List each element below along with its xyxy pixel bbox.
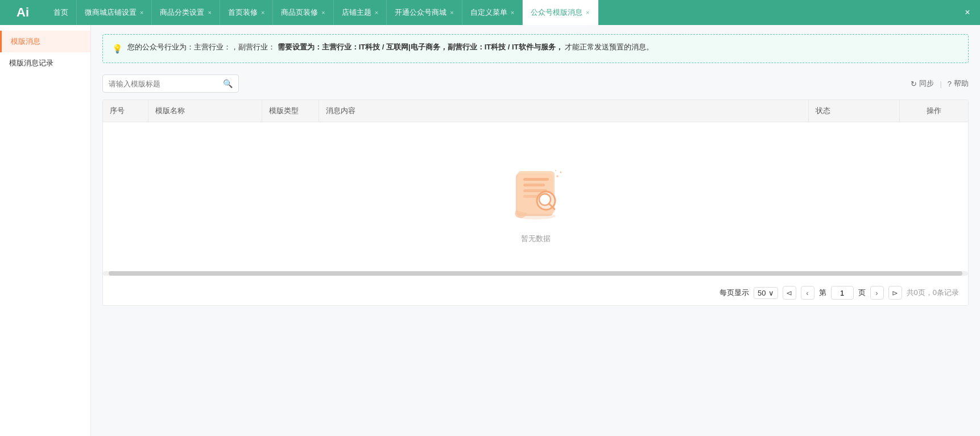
nav-tab-home[interactable]: 首页 [46, 0, 77, 25]
help-button[interactable]: ? 帮助 [948, 78, 969, 89]
next-page-button[interactable]: › [870, 286, 884, 300]
sync-button[interactable]: ↻ 同步 [911, 78, 934, 89]
close-tab-custom-menu[interactable]: × [511, 9, 514, 16]
notice-box: 💡 您的公众号行业为：主营行业：，副营行业： 需要设置为：主营行业：IT科技 /… [102, 34, 969, 63]
th-type: 模版类型 [262, 100, 319, 122]
sidebar-item-template-message-log[interactable]: 模版消息记录 [0, 52, 90, 74]
main-content: 💡 您的公众号行业为：主营行业：，副营行业： 需要设置为：主营行业：IT科技 /… [91, 25, 980, 436]
scrollbar-thumb[interactable] [109, 271, 962, 276]
nav-tab-shop-theme[interactable]: 店铺主题× [334, 0, 387, 25]
first-page-button[interactable]: ⊲ [783, 286, 796, 300]
app-logo: Ai [0, 0, 46, 25]
table-wrap: 序号 模版名称 模版类型 消息内容 状态 操作 [102, 99, 969, 306]
page-size-select[interactable]: 50 ∨ [754, 287, 778, 299]
close-tab-wshop-settings[interactable]: × [140, 9, 143, 16]
help-icon: ? [948, 80, 952, 88]
th-seq: 序号 [103, 100, 148, 122]
toolbar-right: ↻ 同步 | ? 帮助 [911, 78, 969, 89]
nav-tab-template-msg[interactable]: 公众号模版消息× [523, 0, 598, 25]
pagination: 每页显示 50 ∨ ⊲ ‹ 第 页 › ⊳ 共0页，0条记录 [103, 280, 968, 305]
svg-rect-3 [523, 178, 549, 181]
layout: 模版消息模版消息记录 💡 您的公众号行业为：主营行业：，副营行业： 需要设置为：… [0, 25, 980, 436]
close-tab-homepage-decor[interactable]: × [261, 9, 264, 16]
search-bar: 🔍 ↻ 同步 | ? 帮助 [102, 74, 969, 93]
nav-tab-product-decor[interactable]: 商品页装修× [273, 0, 333, 25]
sync-label: 同步 [919, 78, 934, 89]
close-tab-open-mall[interactable]: × [450, 9, 453, 16]
page-size-value: 50 [758, 289, 766, 297]
page-input[interactable] [831, 286, 854, 300]
empty-state: 暂无数据 [103, 122, 968, 267]
page-label: 页 [858, 288, 866, 298]
sidebar: 模版消息模版消息记录 [0, 25, 91, 436]
notice-highlight: 需要设置为：主营行业：IT科技 / 互联网|电子商务，副营行业：IT科技 / I… [278, 43, 563, 51]
page-size-label: 每页显示 [720, 288, 749, 298]
divider: | [940, 80, 941, 88]
th-action: 操作 [900, 100, 968, 122]
nav-tabs: 首页微商城店铺设置×商品分类设置×首页装修×商品页装修×店铺主题×开通公众号商城… [46, 0, 955, 25]
page-total: 共0页，0条记录 [907, 288, 959, 298]
svg-point-12 [555, 170, 556, 171]
scrollbar-track[interactable] [103, 271, 968, 276]
sidebar-item-template-message[interactable]: 模版消息 [0, 31, 90, 52]
close-all-button[interactable]: × [955, 0, 980, 25]
nav-tab-product-category[interactable]: 商品分类设置× [152, 0, 220, 25]
help-label: 帮助 [954, 78, 969, 89]
nav-tab-custom-menu[interactable]: 自定义菜单× [462, 0, 523, 25]
notice-suffix: 才能正常发送预置的消息。 [565, 43, 654, 51]
sync-icon: ↻ [911, 80, 917, 88]
top-nav: Ai 首页微商城店铺设置×商品分类设置×首页装修×商品页装修×店铺主题×开通公众… [0, 0, 980, 25]
notice-icon: 💡 [112, 42, 123, 56]
close-tab-product-decor[interactable]: × [321, 9, 325, 16]
page-size-arrow: ∨ [768, 289, 774, 297]
page-word: 第 [819, 288, 826, 298]
search-input-wrap[interactable]: 🔍 [102, 74, 239, 93]
nav-tab-homepage-decor[interactable]: 首页装修× [220, 0, 273, 25]
search-icon[interactable]: 🔍 [223, 79, 233, 88]
svg-rect-4 [523, 184, 545, 186]
table-header: 序号 模版名称 模版类型 消息内容 状态 操作 [103, 100, 968, 122]
svg-point-11 [560, 172, 561, 173]
close-tab-shop-theme[interactable]: × [375, 9, 378, 16]
th-status: 状态 [809, 100, 900, 122]
nav-tab-open-mall[interactable]: 开通公众号商城× [387, 0, 462, 25]
close-tab-template-msg[interactable]: × [586, 9, 589, 16]
search-input[interactable] [109, 80, 223, 88]
nav-tab-wshop-settings[interactable]: 微商城店铺设置× [77, 0, 152, 25]
close-tab-product-category[interactable]: × [208, 9, 211, 16]
notice-prefix: 您的公众号行业为：主营行业：，副营行业： [127, 43, 275, 51]
notice-text: 您的公众号行业为：主营行业：，副营行业： 需要设置为：主营行业：IT科技 / 互… [127, 41, 654, 53]
svg-point-10 [556, 175, 559, 177]
th-content: 消息内容 [319, 100, 809, 122]
last-page-button[interactable]: ⊳ [888, 286, 902, 300]
empty-icon [502, 156, 570, 225]
prev-page-button[interactable]: ‹ [801, 286, 814, 300]
empty-text: 暂无数据 [521, 234, 551, 244]
th-name: 模版名称 [148, 100, 262, 122]
